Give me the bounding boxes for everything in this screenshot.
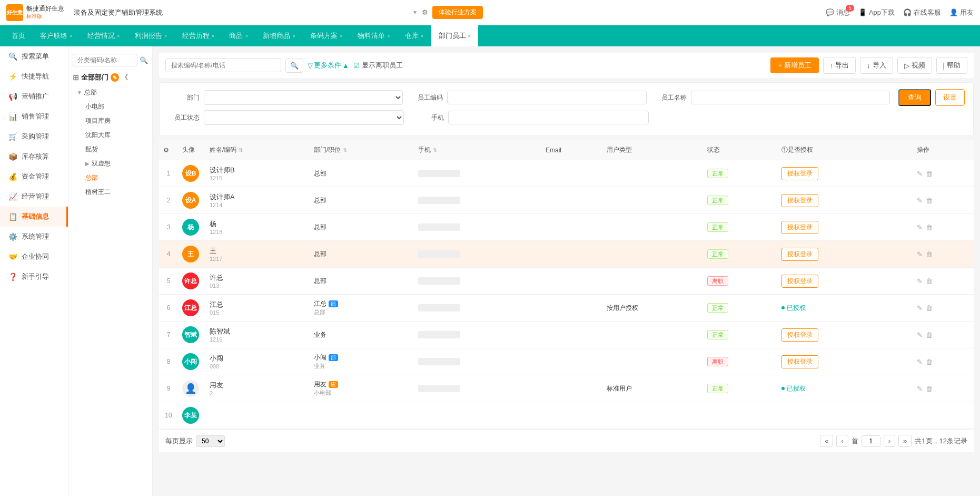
delete-button[interactable]: 🗑 xyxy=(926,385,933,393)
dept-node-zongbu[interactable]: 总部 xyxy=(81,171,152,185)
dept-node-general[interactable]: ▼ 总部 xyxy=(73,85,152,100)
view-button[interactable]: ▷ 视频 xyxy=(897,57,932,74)
auth-button[interactable]: 授权登录 xyxy=(781,275,818,288)
show-resigned-checkbox[interactable]: ☑ xyxy=(353,62,360,70)
tab-new-goods[interactable]: 新增商品 × xyxy=(255,25,303,46)
message-button[interactable]: 💬 消息 5 xyxy=(826,8,850,17)
delete-button[interactable]: 🗑 xyxy=(926,170,933,178)
sidebar-item-stock[interactable]: 📦 库存核算 xyxy=(0,147,68,167)
dept-node-zhishu[interactable]: 植树王二 xyxy=(81,185,152,199)
col-dept[interactable]: 部门/职位 ⇅ xyxy=(310,140,414,160)
tab-goods[interactable]: 商品 × xyxy=(222,25,255,46)
tab-home[interactable]: 首页 xyxy=(4,25,33,46)
col-phone[interactable]: 手机 ⇅ xyxy=(414,140,541,160)
dept-search-icon[interactable]: 🔍 xyxy=(140,56,148,64)
tab-bom[interactable]: 物料清单 × xyxy=(350,25,398,46)
delete-button[interactable]: 🗑 xyxy=(926,358,933,366)
edit-button[interactable]: ✎ xyxy=(917,277,923,285)
import-button[interactable]: ↓ 导入 xyxy=(860,57,893,74)
trial-button[interactable]: 体验行业方案 xyxy=(432,6,483,19)
page-number-input[interactable] xyxy=(862,435,880,447)
tab-profit[interactable]: 利润报告 × xyxy=(127,25,175,46)
next-page-button[interactable]: › xyxy=(884,435,895,447)
search-input[interactable] xyxy=(165,59,281,72)
tab-history[interactable]: 经营历程 × xyxy=(175,25,222,46)
sidebar-item-collab[interactable]: 🤝 企业协同 xyxy=(0,247,68,267)
dept-collapse-btn[interactable]: 《 xyxy=(121,73,128,82)
delete-button[interactable]: 🗑 xyxy=(926,223,933,231)
sidebar-item-search[interactable]: 🔍 搜索菜单 xyxy=(0,46,68,66)
delete-button[interactable]: 🗑 xyxy=(926,304,933,312)
logo-icon: 好生意 xyxy=(6,4,23,21)
dept-node-shenyang[interactable]: 沈阳大库 xyxy=(81,128,152,142)
sidebar-item-marketing[interactable]: 📢 营销推广 xyxy=(0,86,68,106)
edit-button[interactable]: ✎ xyxy=(917,197,923,205)
sidebar-item-basic[interactable]: 📋 基础信息 xyxy=(0,207,68,227)
employee-table: ⚙ 头像 姓名/编码 ⇅ 部门/职位 ⇅ 手机 ⇅ Email 用户类型 状态 … xyxy=(159,140,974,429)
dept-node-shuangxu[interactable]: ▶ 双虚想 xyxy=(81,157,152,171)
dept-edit-icon[interactable]: ✎ xyxy=(111,73,119,82)
tab-warehouse[interactable]: 仓库 × xyxy=(398,25,431,46)
last-page-button[interactable]: » xyxy=(898,435,912,447)
edit-button[interactable]: ✎ xyxy=(917,385,923,393)
row-auth: 授权登录 xyxy=(777,348,892,375)
col-settings[interactable]: ⚙ xyxy=(159,140,178,160)
tab-operation[interactable]: 经营情况 × xyxy=(80,25,127,46)
filter-dept-select[interactable] xyxy=(204,90,403,105)
edit-button[interactable]: ✎ xyxy=(917,250,923,258)
delete-button[interactable]: 🗑 xyxy=(926,250,933,258)
search-button[interactable]: 🔍 xyxy=(285,59,303,73)
delete-button[interactable]: 🗑 xyxy=(926,197,933,205)
page-size-select[interactable]: 50 20 100 xyxy=(196,435,225,447)
sidebar-item-guide[interactable]: ❓ 新手引导 xyxy=(0,267,68,287)
show-resigned-label[interactable]: ☑ 显示离职员工 xyxy=(353,61,403,70)
sidebar-item-purchase[interactable]: 🛒 采购管理 xyxy=(0,127,68,147)
more-filter-button[interactable]: ▽ 更多条件 ▲ xyxy=(308,61,349,70)
online-service-button[interactable]: 🎧 在线客服 xyxy=(903,8,941,17)
content-area: 🔍 ⊞ 全部部门 ✎ 《 ▼ 总部 小电部 项目库房 沈阳大库 配货 xyxy=(68,46,980,496)
sidebar-item-sales[interactable]: 📊 销售管理 xyxy=(0,106,68,127)
auth-button[interactable]: 授权登录 xyxy=(781,167,818,180)
auth-button[interactable]: 授权登录 xyxy=(781,328,818,342)
auth-button[interactable]: 授权登录 xyxy=(781,194,818,207)
dept-search-input[interactable] xyxy=(73,54,137,66)
tab-staff[interactable]: 部门员工 × xyxy=(431,25,479,46)
settings-icon[interactable]: ⚙ xyxy=(422,8,428,16)
sidebar-item-system[interactable]: ⚙️ 系统管理 xyxy=(0,227,68,247)
filter-phone-input[interactable] xyxy=(448,111,648,124)
auth-button[interactable]: 授权登录 xyxy=(781,355,818,368)
row-user-type xyxy=(602,348,703,375)
delete-button[interactable]: 🗑 xyxy=(926,331,933,339)
edit-button[interactable]: ✎ xyxy=(917,223,923,231)
edit-button[interactable]: ✎ xyxy=(917,304,923,312)
dept-node-xiaodian[interactable]: 小电部 xyxy=(81,100,152,114)
edit-button[interactable]: ✎ xyxy=(917,331,923,339)
add-employee-button[interactable]: + 新增员工 xyxy=(770,57,818,73)
delete-button[interactable]: 🗑 xyxy=(926,277,933,285)
tab-barcode[interactable]: 条码方案 × xyxy=(303,25,350,46)
export-button[interactable]: ↑ 导出 xyxy=(823,57,856,74)
col-name[interactable]: 姓名/编码 ⇅ xyxy=(205,140,310,160)
filter-empcode-input[interactable] xyxy=(447,91,646,104)
first-page-button[interactable]: « xyxy=(820,435,833,447)
dept-node-project[interactable]: 项目库房 xyxy=(81,114,152,128)
tab-customer[interactable]: 客户联络 × xyxy=(33,25,80,46)
prev-page-button[interactable]: ‹ xyxy=(836,435,848,447)
set-button[interactable]: 设置 xyxy=(935,89,965,106)
system-dropdown-arrow[interactable]: ▼ xyxy=(412,9,418,15)
sidebar-item-nav[interactable]: ⚡ 快捷导航 xyxy=(0,66,68,86)
edit-button[interactable]: ✎ xyxy=(917,170,923,178)
user-menu[interactable]: 👤 用友 xyxy=(949,8,974,17)
filter-status-select[interactable] xyxy=(204,110,404,125)
app-download-button[interactable]: 📱 App下载 xyxy=(858,8,895,17)
status-badge: 正常 xyxy=(707,222,728,232)
auth-button[interactable]: 授权登录 xyxy=(781,221,818,234)
sidebar-item-manage[interactable]: 📈 经营管理 xyxy=(0,187,68,207)
dept-node-peihuo[interactable]: 配货 xyxy=(81,142,152,157)
edit-button[interactable]: ✎ xyxy=(917,358,923,366)
filter-empname-input[interactable] xyxy=(691,91,890,104)
query-button[interactable]: 查询 xyxy=(898,89,931,106)
help-button[interactable]: | 帮助 xyxy=(936,57,967,74)
sidebar-item-finance[interactable]: 💰 资金管理 xyxy=(0,167,68,187)
auth-button[interactable]: 授权登录 xyxy=(781,248,818,261)
